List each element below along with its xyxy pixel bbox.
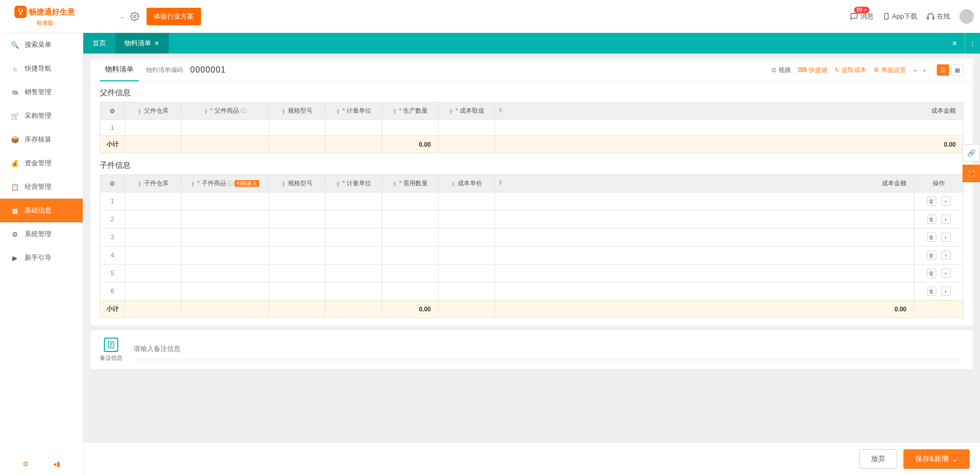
expand-tabs-icon[interactable]: ⋮ <box>965 33 980 54</box>
parent-col-unit[interactable]: ▲▼* 计量单位 <box>325 102 382 120</box>
add-row-icon[interactable]: ＋ <box>941 287 951 296</box>
brand-edition: 标准版 <box>37 19 53 27</box>
delete-row-icon[interactable]: 🗑 <box>927 269 936 278</box>
abandon-button[interactable]: 放弃 <box>859 449 897 469</box>
svg-point-0 <box>20 13 22 15</box>
parent-col-qty[interactable]: ▲▼* 生产数量 <box>382 102 439 120</box>
tab-home[interactable]: 首页 <box>83 33 115 54</box>
org-settings-icon[interactable] <box>130 12 139 21</box>
sidebar-item-guide[interactable]: ▶新手引导 <box>0 246 83 270</box>
child-row[interactable]: 1🗑＋ <box>100 192 964 210</box>
close-tab-icon[interactable]: ✕ <box>154 40 159 47</box>
add-row-icon[interactable]: ＋ <box>941 269 951 278</box>
parent-gear-header[interactable]: ⚙ <box>100 102 125 120</box>
sort-icon: ▲▼ <box>281 181 286 187</box>
add-row-icon[interactable]: ＋ <box>941 251 951 260</box>
view-grid-button[interactable]: ▦ <box>951 64 964 76</box>
view-list-button[interactable]: ☰ <box>937 64 949 76</box>
save-new-button[interactable]: 保存&新增 ⌄ <box>903 449 970 469</box>
parent-col-product[interactable]: ▲▼* 父件商品 ⓘ <box>182 102 269 120</box>
child-section-title: 子件信息 <box>100 161 964 170</box>
sidebar-settings-icon[interactable]: ⚙ <box>23 460 29 468</box>
sidebar-item-inventory[interactable]: 📦库存核算 <box>0 128 83 151</box>
tab-bom[interactable]: 物料清单 ✕ <box>115 33 169 54</box>
sidebar-item-quicknav[interactable]: ⌂快捷导航 <box>0 57 83 80</box>
sidebar-item-funds[interactable]: 💰资金管理 <box>0 151 83 175</box>
sidebar-item-sales[interactable]: 🛍销售管理 <box>0 80 83 104</box>
messages-badge: 99 + <box>854 7 869 13</box>
sidebar-item-purchase[interactable]: 🛒采购管理 <box>0 104 83 128</box>
video-link[interactable]: ⊙视频 <box>771 66 791 75</box>
sidebar: 🔍搜索菜单 ⌂快捷导航 🛍销售管理 🛒采购管理 📦库存核算 💰资金管理 📋经营管… <box>0 33 83 475</box>
child-col-ops: 操作 <box>914 175 964 192</box>
parent-col-amount[interactable]: ▲▼成本金额 <box>495 102 964 120</box>
footer-bar: 放弃 保存&新增 ⌄ <box>83 443 980 475</box>
chevron-down-icon: ⌄ <box>119 12 125 20</box>
attachment-tab[interactable]: 🔗 <box>963 144 980 162</box>
headset-icon <box>927 12 935 21</box>
keyboard-icon: ⌨ <box>798 66 807 74</box>
child-row[interactable]: 4🗑＋ <box>100 247 964 265</box>
trial-cta-button[interactable]: 体验行业方案 <box>147 8 201 25</box>
refresh-icon: ↻ <box>834 66 840 74</box>
online-support-link[interactable]: 在线 <box>927 12 950 21</box>
sidebar-item-system[interactable]: ⚙系统管理 <box>0 222 83 246</box>
sidebar-collapse-icon[interactable]: ◂▮ <box>53 460 60 468</box>
fullscreen-tab[interactable]: ⛶ <box>963 165 980 182</box>
child-col-warehouse[interactable]: ▲▼子件仓库 <box>125 175 182 192</box>
delete-row-icon[interactable]: 🗑 <box>927 287 936 296</box>
tabs-bar: 首页 物料清单 ✕ ✕ ⋮ <box>83 33 980 54</box>
child-col-qty[interactable]: ▲▼* 需用数量 <box>382 175 439 192</box>
scan-badge[interactable]: 扫码录入 <box>234 180 259 187</box>
sort-icon: ▲▼ <box>204 108 208 114</box>
next-doc-icon[interactable]: ▸ <box>923 66 927 74</box>
delete-row-icon[interactable]: 🗑 <box>927 251 936 260</box>
delete-row-icon[interactable]: 🗑 <box>927 233 936 242</box>
doc-settings-link[interactable]: ⚙单据设置 <box>874 66 906 75</box>
org-selector[interactable]: ⌄ <box>99 12 125 20</box>
child-col-unitcost[interactable]: ▲▼成本单价 <box>439 175 495 192</box>
parent-col-warehouse[interactable]: ▲▼父件仓库 <box>125 102 182 120</box>
child-gear-header[interactable]: ⚙ <box>100 175 125 192</box>
play-circle-icon: ⊙ <box>771 66 776 74</box>
sidebar-item-search[interactable]: 🔍搜索菜单 <box>0 33 83 57</box>
sort-icon: ▲▼ <box>392 181 397 187</box>
parent-row[interactable]: 1 <box>100 120 964 136</box>
sort-icon: ▲▼ <box>137 181 142 187</box>
phone-icon <box>883 12 890 21</box>
add-row-icon[interactable]: ＋ <box>941 233 951 242</box>
child-col-spec[interactable]: ▲▼规格型号 <box>269 175 325 192</box>
delete-row-icon[interactable]: 🗑 <box>927 215 936 224</box>
child-col-amount[interactable]: ▲▼成本金额 <box>495 175 914 192</box>
child-col-unit[interactable]: ▲▼* 计量单位 <box>325 175 382 192</box>
brand-name: 畅捷通好生意 <box>29 7 75 17</box>
doc-icon: ▦ <box>10 207 20 215</box>
shortcut-link[interactable]: ⌨快捷键 <box>798 66 827 75</box>
header-right: 99 + 消息 App下载 在线 <box>850 9 974 24</box>
logo-icon <box>14 6 27 18</box>
close-all-tabs-icon[interactable]: ✕ <box>944 33 965 54</box>
child-col-product[interactable]: ▲▼* 子件商品 ⓘ扫码录入 <box>182 175 269 192</box>
child-row[interactable]: 2🗑＋ <box>100 210 964 228</box>
child-row[interactable]: 3🗑＋ <box>100 228 964 247</box>
parent-col-spec[interactable]: ▲▼规格型号 <box>269 102 325 120</box>
clipboard-icon: 📋 <box>10 183 20 191</box>
money-icon: 💰 <box>10 160 20 167</box>
child-row[interactable]: 5🗑＋ <box>100 265 964 283</box>
prev-doc-icon[interactable]: ◂ <box>913 66 916 74</box>
add-row-icon[interactable]: ＋ <box>941 215 951 224</box>
messages-link[interactable]: 99 + 消息 <box>850 12 874 21</box>
logo-block: 畅捷通好生意 标准版 <box>6 6 83 27</box>
delete-row-icon[interactable]: 🗑 <box>927 197 936 206</box>
remarks-input[interactable] <box>132 338 964 360</box>
sidebar-item-operations[interactable]: 📋经营管理 <box>0 175 83 199</box>
sort-icon: ▲▼ <box>336 181 340 187</box>
extract-cost-link[interactable]: ↻提取成本 <box>834 66 866 75</box>
parent-col-costmethod[interactable]: ▲▼* 成本取值 <box>439 102 495 120</box>
sidebar-item-basicinfo[interactable]: ▦基础信息 <box>0 199 83 222</box>
child-row[interactable]: 6🗑＋ <box>100 283 964 301</box>
add-row-icon[interactable]: ＋ <box>941 197 951 206</box>
sort-icon: ▲▼ <box>191 181 195 187</box>
user-avatar[interactable] <box>959 9 974 24</box>
app-download-link[interactable]: App下载 <box>883 12 917 21</box>
